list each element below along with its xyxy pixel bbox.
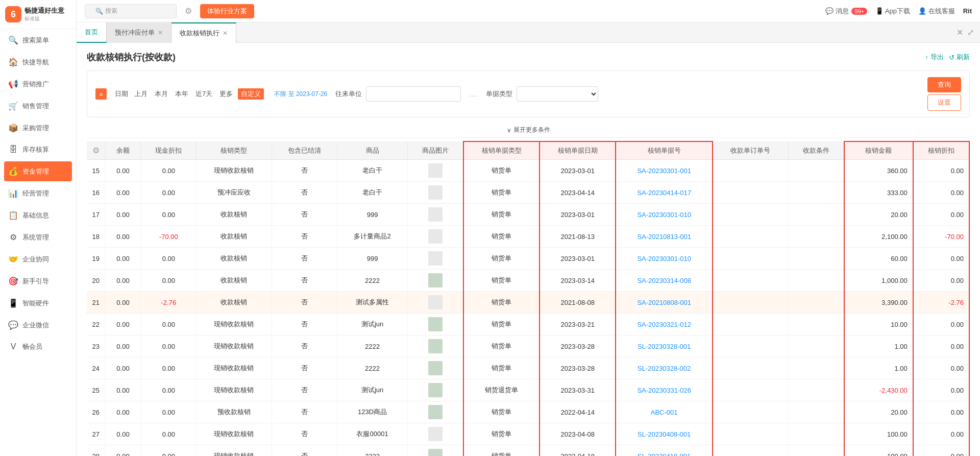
cell-writeoff-bill-no[interactable]: SA-20230314-008 <box>616 270 713 292</box>
date-opt-this-month[interactable]: 本月 <box>153 88 170 100</box>
sidebar-item-basic[interactable]: 📋基础信息 <box>0 204 76 226</box>
app-download-link[interactable]: 📱 App下载 <box>875 7 910 16</box>
sidebar-item-wechat[interactable]: 💬企业微信 <box>0 314 76 336</box>
cell-product-img <box>408 401 463 423</box>
sidebar-item-member[interactable]: V畅会员 <box>0 336 76 357</box>
tab-prepay-close[interactable]: ✕ <box>158 29 163 36</box>
tab-prepay-label: 预付冲应付单 <box>115 28 155 37</box>
sidebar-icon-guide: 🎯 <box>8 276 18 286</box>
message-link[interactable]: 💬 消息 99+ <box>825 7 867 16</box>
sidebar-item-guide[interactable]: 🎯新手引导 <box>0 270 76 292</box>
cell-writeoff-bill-no[interactable]: SA-20230301-010 <box>616 248 713 270</box>
cell-writeoff-bill-no[interactable]: SL-20230418-001 <box>616 445 713 457</box>
date-opt-custom[interactable]: 自定义 <box>238 88 264 100</box>
tab-receipt[interactable]: 收款核销执行 ✕ <box>172 22 236 43</box>
cell-receipt-condition <box>788 357 844 379</box>
expand-tab-icon[interactable]: ⤢ <box>967 28 974 37</box>
close-tab-icon[interactable]: ✕ <box>957 28 963 37</box>
refresh-button[interactable]: ↺ 刷新 <box>949 53 970 62</box>
cell-writeoff-bill-no[interactable]: SA-20210808-001 <box>616 292 713 314</box>
sidebar-item-hardware[interactable]: 📱智能硬件 <box>0 292 76 314</box>
cell-receipt-order-no <box>713 204 788 226</box>
bill-no-link[interactable]: SA-20230301-010 <box>637 211 691 219</box>
bill-no-link[interactable]: SA-20230301-010 <box>637 255 691 262</box>
cell-receipt-order-no <box>713 292 788 314</box>
date-opt-last-month[interactable]: 上月 <box>132 88 150 100</box>
col-writeoff-bill-type: 核销单据类型 <box>463 141 540 160</box>
cell-writeoff-bill-no[interactable]: SL-20230328-002 <box>616 357 713 379</box>
bill-no-link[interactable]: SA-20210813-001 <box>637 233 691 241</box>
column-settings-icon[interactable]: ⚙ <box>92 146 100 155</box>
cell-receipt-order-no <box>713 314 788 335</box>
cell-writeoff-bill-type: 销货退货单 <box>463 379 540 401</box>
online-service-link[interactable]: 👤 在线客服 <box>918 7 955 16</box>
cell-writeoff-bill-no[interactable]: ABC-001 <box>616 401 713 423</box>
sidebar-icon-purchase: 📦 <box>8 123 18 133</box>
cell-receipt-condition <box>788 204 844 226</box>
cell-receipt-order-no <box>713 248 788 270</box>
cell-receipt-order-no <box>713 445 788 457</box>
sidebar-item-marketing[interactable]: 📢营销推广 <box>0 73 76 95</box>
voucher-type-select[interactable] <box>517 86 598 102</box>
cell-receipt-order-no <box>713 401 788 423</box>
from-unit-input[interactable] <box>366 86 461 102</box>
bill-no-link[interactable]: SA-20230414-017 <box>637 189 691 197</box>
cell-writeoff-bill-no[interactable]: SA-20230331-026 <box>616 379 713 401</box>
product-image <box>428 317 443 331</box>
query-button[interactable]: 查询 <box>927 77 961 92</box>
settings-icon[interactable]: ⚙ <box>185 6 192 16</box>
tab-prepay[interactable]: 预付冲应付单 ✕ <box>107 22 172 43</box>
sidebar-item-sales[interactable]: 🛒销售管理 <box>0 95 76 117</box>
sidebar-item-corp[interactable]: 🤝企业协同 <box>0 248 76 270</box>
tab-receipt-close[interactable]: ✕ <box>223 30 228 37</box>
sidebar-item-search[interactable]: 🔍搜索菜单 <box>0 29 76 51</box>
bill-no-link[interactable]: SA-20230331-026 <box>637 387 691 394</box>
filter-collapse-button[interactable]: » <box>95 88 107 100</box>
date-opt-7days[interactable]: 近7天 <box>193 88 214 100</box>
sidebar-item-system[interactable]: ⚙系统管理 <box>0 226 76 248</box>
sidebar-item-finance[interactable]: 💰资金管理 <box>4 161 72 181</box>
edition-label: 标准版 <box>24 15 64 22</box>
bill-no-link[interactable]: SL-20230408-001 <box>638 430 691 438</box>
solution-button[interactable]: 体验行业方案 <box>200 4 254 18</box>
bill-no-link[interactable]: SA-20230321-012 <box>637 321 691 328</box>
sidebar-icon-marketing: 📢 <box>8 79 18 89</box>
cell-receipt-order-no <box>713 182 788 204</box>
export-button[interactable]: ↑ 导出 <box>925 53 944 62</box>
bill-no-link[interactable]: SL-20230328-001 <box>638 343 691 350</box>
expand-more-bar[interactable]: ∨ 展开更多条件 <box>87 123 970 138</box>
cell-writeoff-bill-type: 销货单 <box>463 182 540 204</box>
col-include-settled: 包含已结清 <box>272 141 337 160</box>
tab-home[interactable]: 首页 <box>77 22 107 43</box>
cell-writeoff-bill-no[interactable]: SA-20230321-012 <box>616 314 713 335</box>
sidebar-item-business[interactable]: 📊经营管理 <box>0 182 76 204</box>
table-row: 19 0.00 0.00 收款核销 否 999 销货单 2023-03-01 S… <box>87 248 969 270</box>
settings-button[interactable]: 设置 <box>927 94 961 111</box>
cell-writeoff-bill-no[interactable]: SA-20230301-010 <box>616 204 713 226</box>
cell-balance: 0.00 <box>105 314 141 335</box>
cell-product: 123D商品 <box>337 401 408 423</box>
bill-no-link[interactable]: SL-20230418-001 <box>638 452 691 457</box>
sidebar-item-quicknav[interactable]: 🏠快捷导航 <box>0 51 76 73</box>
col-settings[interactable]: ⚙ <box>87 141 105 160</box>
cell-writeoff-bill-no[interactable]: SA-20230414-017 <box>616 182 713 204</box>
cell-writeoff-bill-no[interactable]: SL-20230408-001 <box>616 423 713 445</box>
cell-receipt-condition <box>788 292 844 314</box>
bill-no-link[interactable]: SA-20210808-001 <box>637 299 691 306</box>
topbar-search-box[interactable]: 🔍 搜索 <box>85 4 177 18</box>
bill-no-link[interactable]: SA-20230314-008 <box>637 277 691 284</box>
cell-writeoff-amount: 1,000.00 <box>844 270 913 292</box>
date-opt-this-year[interactable]: 本年 <box>173 88 190 100</box>
bill-no-link[interactable]: SA-20230301-001 <box>637 167 691 175</box>
sidebar-item-purchase[interactable]: 📦采购管理 <box>0 117 76 139</box>
bill-no-link[interactable]: SL-20230328-002 <box>638 365 691 372</box>
cell-writeoff-bill-date: 2022-04-14 <box>540 401 616 423</box>
cell-writeoff-bill-type: 销货单 <box>463 401 540 423</box>
cell-writeoff-bill-no[interactable]: SA-20230301-001 <box>616 160 713 182</box>
cell-writeoff-bill-no[interactable]: SL-20230328-001 <box>616 335 713 357</box>
sidebar-item-inventory[interactable]: 🗄库存核算 <box>0 139 76 160</box>
bill-no-link[interactable]: ABC-001 <box>651 409 678 416</box>
date-opt-more[interactable]: 更多 <box>217 88 235 100</box>
sidebar-label-finance: 资金管理 <box>22 167 49 176</box>
cell-writeoff-bill-no[interactable]: SA-20210813-001 <box>616 226 713 248</box>
